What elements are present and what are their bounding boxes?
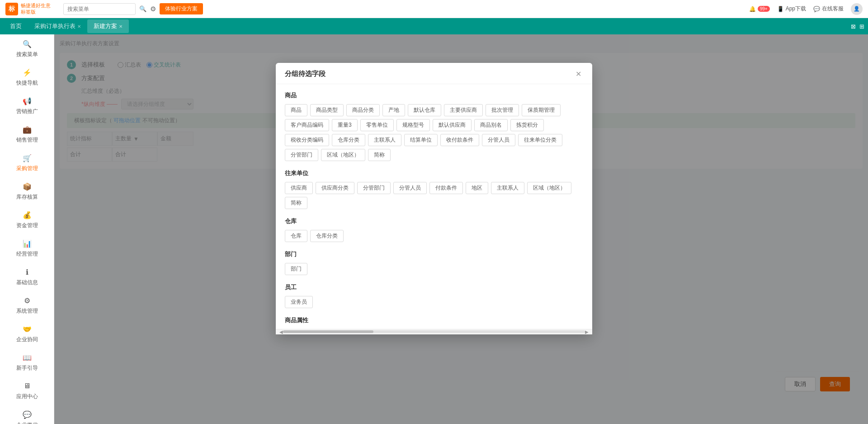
field-tag-分管人员[interactable]: 分管人员	[393, 182, 427, 194]
tab-home[interactable]: 首页	[4, 19, 28, 33]
field-tag-拣货积分[interactable]: 拣货积分	[510, 119, 544, 131]
inventory-icon: 📦	[22, 181, 32, 191]
field-tag-默认供应商[interactable]: 默认供应商	[433, 119, 472, 131]
modal-close-btn[interactable]: ✕	[573, 69, 583, 79]
field-tag-商品别名[interactable]: 商品别名	[474, 119, 508, 131]
avatar[interactable]: 👤	[851, 3, 863, 15]
field-tag-分管部门[interactable]: 分管部门	[357, 182, 391, 194]
basic-info-icon: ℹ	[22, 267, 32, 277]
field-tag-分管人员[interactable]: 分管人员	[482, 134, 515, 146]
field-tag-主要供应商[interactable]: 主要供应商	[444, 104, 483, 116]
sidebar-item-marketing[interactable]: 📢 营销推广	[0, 91, 54, 120]
logo-area: 标 畅捷通好生意 标签版	[5, 3, 60, 15]
field-tag-零售单位[interactable]: 零售单位	[360, 119, 394, 131]
hscroll-track[interactable]	[283, 330, 585, 333]
section-title-department: 部门	[285, 250, 583, 258]
search-input[interactable]	[63, 3, 136, 15]
sidebar-item-purchase[interactable]: 🛒 采购管理	[0, 148, 54, 177]
hscroll-thumb	[283, 330, 373, 333]
online-service[interactable]: 💬 在线客服	[813, 5, 844, 13]
sidebar-item-enterprise-collab[interactable]: 🤝 企业协同	[0, 319, 54, 348]
tab-expand-icon[interactable]: ⊞	[859, 23, 864, 30]
sidebar-item-quick-nav[interactable]: ⚡ 快捷导航	[0, 63, 54, 91]
section-goods: 商品商品商品类型商品分类产地默认仓库主要供应商批次管理保质期管理客户商品编码重量…	[285, 91, 583, 161]
sidebar-item-newbie[interactable]: 📖 新手引导	[0, 348, 54, 376]
field-tag-简称[interactable]: 简称	[285, 197, 307, 209]
field-tag-分管部门[interactable]: 分管部门	[285, 149, 318, 161]
section-product_attr: 商品属性属性颜色多规格尺码鞋码1	[285, 316, 583, 329]
tab-collapse-icon[interactable]: ⊠	[851, 23, 856, 30]
purchase-icon: 🛒	[22, 153, 32, 163]
field-tag-保质期管理[interactable]: 保质期管理	[522, 104, 561, 116]
field-tags-partner: 供应商供应商分类分管部门分管人员付款条件地区主联系人区域（地区）简称	[285, 182, 583, 209]
newbie-icon: 📖	[22, 353, 32, 362]
close-tab-purchase[interactable]: ✕	[77, 24, 81, 29]
field-tag-结算单位[interactable]: 结算单位	[404, 134, 438, 146]
field-tags-department: 部门	[285, 263, 583, 275]
section-title-employee: 员工	[285, 283, 583, 291]
sidebar-item-wechat[interactable]: 💬 企业微信	[0, 405, 54, 424]
nav-tabs: 首页 采购订单执行表 ✕ 新建方案 ✕ ⊠ ⊞	[0, 18, 868, 34]
notice-item[interactable]: 🔔 99+	[749, 6, 770, 12]
field-tag-税收分类编码[interactable]: 税收分类编码	[285, 134, 329, 146]
marketing-icon: 📢	[22, 96, 32, 106]
field-tag-地区[interactable]: 地区	[466, 182, 488, 194]
gear-icon[interactable]: ⚙	[150, 5, 156, 13]
section-partner: 往来单位供应商供应商分类分管部门分管人员付款条件地区主联系人区域（地区）简称	[285, 169, 583, 209]
sidebar-item-system[interactable]: ⚙ 系统管理	[0, 291, 54, 319]
tab-purchase-order[interactable]: 采购订单执行表 ✕	[28, 19, 87, 33]
modal-title: 分组待选字段	[285, 70, 326, 78]
field-tag-供应商[interactable]: 供应商	[285, 182, 313, 194]
field-tag-仓库[interactable]: 仓库	[285, 230, 307, 242]
section-title-goods: 商品	[285, 91, 583, 100]
field-tag-主联系人[interactable]: 主联系人	[368, 134, 401, 146]
sidebar-item-management[interactable]: 📊 经营管理	[0, 234, 54, 262]
field-tag-部门[interactable]: 部门	[285, 263, 307, 275]
field-tag-供应商分类[interactable]: 供应商分类	[316, 182, 354, 194]
field-tag-商品类型[interactable]: 商品类型	[310, 104, 344, 116]
sidebar-item-search[interactable]: 🔍 搜索菜单	[0, 34, 54, 63]
field-tag-仓库分类[interactable]: 仓库分类	[332, 134, 365, 146]
quick-nav-icon: ⚡	[22, 67, 32, 77]
close-tab-new[interactable]: ✕	[119, 24, 123, 29]
field-tag-付款条件[interactable]: 付款条件	[429, 182, 463, 194]
field-tag-区域（地区）[interactable]: 区域（地区）	[527, 182, 571, 194]
management-icon: 📊	[22, 238, 32, 248]
field-tag-商品分类[interactable]: 商品分类	[346, 104, 380, 116]
sidebar-item-basic-info[interactable]: ℹ 基础信息	[0, 262, 54, 291]
field-tag-产地[interactable]: 产地	[382, 104, 405, 116]
hscroll-right-arrow[interactable]: ▶	[585, 329, 589, 334]
app-center-icon: 🖥	[22, 381, 32, 391]
field-tag-业务员[interactable]: 业务员	[285, 296, 313, 308]
modal-dialog: 分组待选字段 ✕ 商品商品商品类型商品分类产地默认仓库主要供应商批次管理保质期管…	[276, 63, 592, 334]
app-download[interactable]: 📱 App下载	[777, 5, 806, 13]
modal-hscroll[interactable]: ◀ ▶	[276, 329, 592, 334]
field-tag-规格型号[interactable]: 规格型号	[396, 119, 430, 131]
sidebar-item-finance[interactable]: 💰 资金管理	[0, 205, 54, 234]
sidebar-item-sales[interactable]: 💼 销售管理	[0, 120, 54, 148]
field-tag-往来单位分类[interactable]: 往来单位分类	[518, 134, 562, 146]
section-employee: 员工业务员	[285, 283, 583, 308]
field-tag-简称[interactable]: 简称	[368, 149, 391, 161]
sidebar-item-app-center[interactable]: 🖥 应用中心	[0, 376, 54, 405]
field-tag-主联系人[interactable]: 主联系人	[491, 182, 524, 194]
sidebar-item-inventory[interactable]: 📦 库存核算	[0, 177, 54, 205]
download-icon: 📱	[777, 6, 784, 12]
bell-icon: 🔔	[749, 6, 756, 12]
hscroll-left-arrow[interactable]: ◀	[279, 329, 283, 334]
tab-new-plan[interactable]: 新建方案 ✕	[87, 19, 129, 33]
field-tag-默认仓库[interactable]: 默认仓库	[408, 104, 441, 116]
experience-btn[interactable]: 体验行业方案	[160, 3, 203, 14]
field-tag-仓库分类[interactable]: 仓库分类	[310, 230, 344, 242]
wechat-icon: 💬	[22, 410, 32, 419]
field-tag-客户商品编码[interactable]: 客户商品编码	[285, 119, 329, 131]
field-tag-收付款条件[interactable]: 收付款条件	[440, 134, 479, 146]
field-tag-批次管理[interactable]: 批次管理	[486, 104, 519, 116]
section-warehouse: 仓库仓库仓库分类	[285, 217, 583, 242]
modal-body: 商品商品商品类型商品分类产地默认仓库主要供应商批次管理保质期管理客户商品编码重量…	[276, 84, 592, 329]
field-tag-区域（地区）[interactable]: 区域（地区）	[321, 149, 365, 161]
field-tag-重量3[interactable]: 重量3	[332, 119, 358, 131]
field-tag-商品[interactable]: 商品	[285, 104, 307, 116]
logo-text: 畅捷通好生意 标签版	[21, 3, 51, 14]
finance-icon: 💰	[22, 210, 32, 220]
